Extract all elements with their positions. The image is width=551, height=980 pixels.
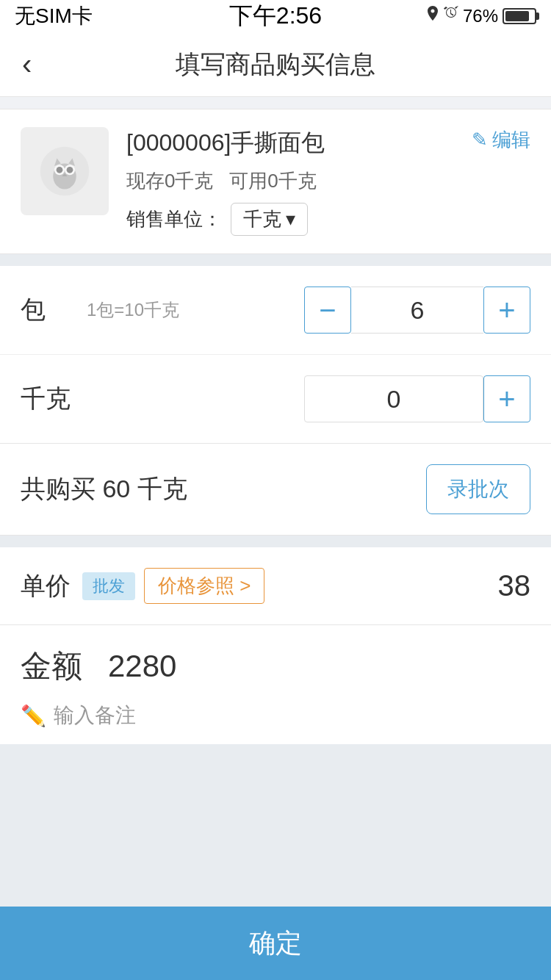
amount-row: 金额 2280 — [21, 646, 530, 687]
edit-button[interactable]: ✎ 编辑 — [472, 127, 530, 153]
kg-qty-input[interactable] — [304, 375, 483, 422]
amount-section: 金额 2280 ✏️ 输入备注 — [0, 625, 551, 744]
price-value: 38 — [498, 569, 531, 602]
price-label: 单价 — [21, 569, 71, 603]
stock-label: 现存0千克 — [126, 170, 213, 192]
package-qty-input[interactable] — [351, 287, 483, 334]
product-info: [0000006]手撕面包 现存0千克 可用0千克 销售单位： 千克 ▾ — [126, 127, 454, 236]
package-plus-button[interactable]: + — [483, 287, 530, 334]
product-card: [0000006]手撕面包 现存0千克 可用0千克 销售单位： 千克 ▾ ✎ 编… — [0, 109, 551, 254]
product-stock: 现存0千克 可用0千克 — [126, 168, 454, 194]
kg-qty-control: + — [304, 375, 530, 422]
carrier-label: 无SIM卡 — [15, 2, 93, 30]
price-reference-button[interactable]: 价格参照 > — [144, 568, 264, 604]
amount-label: 金额 — [21, 649, 82, 683]
status-left: 无SIM卡 — [15, 2, 98, 30]
remark-row[interactable]: ✏️ 输入备注 — [21, 702, 530, 729]
edit-icon: ✎ — [472, 129, 488, 151]
package-sublabel: 1包=10千克 — [87, 298, 304, 322]
alarm-icon — [444, 6, 458, 26]
product-name: [0000006]手撕面包 — [126, 127, 454, 159]
amount-value: 2280 — [108, 649, 176, 683]
total-row: 共购买 60 千克 录批次 — [0, 444, 551, 536]
quantity-section: 包 1包=10千克 − + 千克 + — [0, 266, 551, 444]
location-icon — [426, 6, 439, 26]
unit-select[interactable]: 千克 ▾ — [231, 203, 308, 236]
package-qty-control: − + — [304, 287, 530, 334]
total-label: 共购买 60 千克 — [21, 472, 187, 506]
kg-plus-button[interactable]: + — [483, 375, 530, 422]
available-label: 可用0千克 — [229, 170, 316, 192]
product-unit-row: 销售单位： 千克 ▾ — [126, 203, 454, 236]
price-type-badge: 批发 — [82, 572, 135, 600]
package-quantity-row: 包 1包=10千克 − + — [0, 266, 551, 355]
pencil-icon: ✏️ — [21, 704, 46, 728]
product-right: ✎ 编辑 — [472, 127, 530, 153]
svg-point-5 — [57, 167, 63, 173]
section-divider-1 — [0, 254, 551, 266]
kg-label: 千克 — [21, 382, 79, 416]
status-right: 76% — [426, 6, 536, 26]
confirm-button[interactable]: 确定 — [0, 907, 551, 980]
battery-icon — [503, 8, 536, 24]
battery-percent: 76% — [463, 6, 498, 26]
record-batch-button[interactable]: 录批次 — [426, 464, 530, 514]
section-divider-2 — [0, 536, 551, 547]
status-bar: 无SIM卡 下午2:56 76% — [0, 0, 551, 32]
price-section: 单价 批发 价格参照 > 38 — [0, 547, 551, 625]
back-button[interactable]: ‹ — [15, 40, 39, 88]
chevron-down-icon: ▾ — [286, 208, 295, 231]
package-minus-button[interactable]: − — [304, 287, 351, 334]
status-time: 下午2:56 — [229, 0, 322, 32]
nav-bar: ‹ 填写商品购买信息 — [0, 32, 551, 97]
package-label: 包 — [21, 293, 79, 327]
svg-point-6 — [67, 167, 73, 173]
unit-label: 销售单位： — [126, 206, 222, 232]
product-thumbnail — [21, 127, 109, 215]
kg-quantity-row: 千克 + — [0, 355, 551, 443]
page-title: 填写商品购买信息 — [176, 48, 375, 82]
remark-placeholder: 输入备注 — [54, 702, 136, 729]
